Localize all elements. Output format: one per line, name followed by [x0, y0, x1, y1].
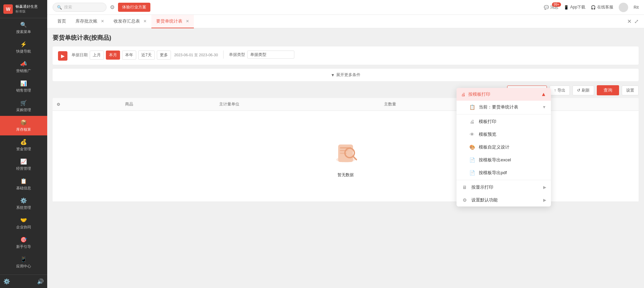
- top-action-row: 🖨 按模板打印 ▲ ↑ 导出 ↺ 刷新 查询 设置: [53, 85, 639, 95]
- brand-sub: 标准版: [16, 9, 38, 14]
- tab-inventory-batch-close[interactable]: ✕: [101, 19, 104, 24]
- settings-bottom-icon[interactable]: ⚙️: [3, 278, 10, 285]
- tab-close-all-btn[interactable]: ✕: [627, 18, 632, 25]
- tab-home-label: 首页: [57, 18, 66, 24]
- dropdown-divider-2: [457, 180, 551, 180]
- tab-inventory-batch-label: 库存批次账: [76, 18, 97, 24]
- sidebar-item-label: 销售管理: [16, 88, 31, 93]
- search-icon: 🔍: [20, 22, 27, 28]
- sidebar-item-search[interactable]: 🔍 搜索菜单: [0, 18, 47, 38]
- dropdown-item-template-preview[interactable]: 👁 模板预览: [457, 128, 551, 141]
- header-right: 💬 消息 99+ 📱 App下载 🎧 在线客服 Rit: [544, 3, 639, 12]
- template-custom-icon: 🎨: [469, 145, 475, 150]
- sidebar-item-sales[interactable]: 📊 销售管理: [0, 77, 47, 96]
- purchase-icon: 🛒: [20, 100, 27, 106]
- sidebar-item-inventory[interactable]: 📦 库存核算: [0, 116, 47, 135]
- dropdown-display-print[interactable]: 🖥 按显示打印 ▶: [457, 181, 551, 194]
- online-service-group[interactable]: 🎧 在线客服: [591, 4, 613, 10]
- dropdown-current-item[interactable]: 📋 当前：要货单统计表 ▼: [457, 101, 551, 114]
- dropdown-item-export-pdf[interactable]: 📄 按模板导出pdf: [457, 166, 551, 179]
- expand-more-label: 展开更多条件: [336, 72, 360, 78]
- filter-expand-btn[interactable]: ▶: [58, 51, 67, 61]
- dropdown-item-template-custom[interactable]: 🎨 模板自定义设计: [457, 141, 551, 154]
- main-area: 🔍 搜索 ⚙ 体验行业方案 💬 消息 99+ 📱 App下载 🎧 在线客服 Ri…: [47, 0, 644, 288]
- template-preview-icon: 👁: [469, 132, 475, 137]
- table-col-unit: 主计量单位: [215, 98, 380, 111]
- experience-btn[interactable]: 体验行业方案: [118, 3, 150, 12]
- display-print-arrow: ▶: [543, 185, 546, 190]
- date-btn-7days[interactable]: 近7天: [138, 51, 155, 60]
- sidebar-item-finance[interactable]: 💰 资金管理: [0, 135, 47, 155]
- tab-receipt-summary-close[interactable]: ✕: [143, 19, 147, 24]
- sidebar-logo: W 畅赢通好生意 标准版: [0, 0, 47, 18]
- date-range: 2023-06-01 至 2023-06-30: [174, 53, 218, 58]
- table-col-settings: ⚙: [53, 98, 121, 111]
- sidebar: W 畅赢通好生意 标准版 🔍 搜索菜单 ⚡ 快捷导航 📣 营销推广 📊 销售管理…: [0, 0, 47, 288]
- sidebar-item-system[interactable]: ⚙️ 系统管理: [0, 194, 47, 214]
- appstore-icon: 📱: [20, 256, 27, 262]
- basic-icon: 📋: [20, 178, 27, 184]
- sidebar-item-basic[interactable]: 📋 基础信息: [0, 174, 47, 194]
- refresh-btn[interactable]: ↺ 刷新: [573, 86, 594, 95]
- inventory-icon: 📦: [20, 119, 27, 126]
- set-default-arrow: ▶: [543, 198, 546, 202]
- audio-bottom-icon[interactable]: 🔊: [37, 278, 44, 285]
- user-avatar: [619, 3, 628, 12]
- header-search-box[interactable]: 🔍 搜索: [53, 3, 107, 12]
- dropdown-header: 🖨 按模板打印 ▲: [457, 88, 551, 101]
- tab-receipt-summary[interactable]: 收发存汇总表 ✕: [109, 15, 151, 28]
- date-btn-this-year[interactable]: 本年: [122, 51, 136, 60]
- app-download-group[interactable]: 📱 App下载: [564, 4, 585, 10]
- tab-bar: 首页 库存批次账 ✕ 收发存汇总表 ✕ 要货单统计表 ✕ ✕ ⤢: [47, 15, 644, 28]
- sidebar-item-purchase[interactable]: 🛒 采购管理: [0, 96, 47, 116]
- header-gear-icon[interactable]: ⚙: [110, 4, 115, 10]
- sidebar-item-quick-nav[interactable]: ⚡ 快捷导航: [0, 38, 47, 57]
- tab-home[interactable]: 首页: [53, 15, 71, 28]
- sidebar-item-wechat[interactable]: 💬 企业微信: [0, 272, 47, 275]
- dropdown-divider-1: [457, 114, 551, 115]
- export-pdf-label: 按模板导出pdf: [479, 170, 507, 176]
- type-select[interactable]: 单据类型 要货单: [247, 51, 294, 59]
- settings-btn[interactable]: 设置: [622, 86, 639, 95]
- expand-more-btn[interactable]: ▼ 展开更多条件: [331, 72, 360, 78]
- tab-order-stats[interactable]: 要货单统计表 ✕: [151, 15, 194, 28]
- dropdown-close-btn[interactable]: ▲: [541, 91, 546, 97]
- app-download-label: App下载: [570, 4, 585, 10]
- tab-inventory-batch[interactable]: 库存批次账 ✕: [71, 15, 109, 28]
- empty-text: 暂无数据: [338, 172, 354, 178]
- message-group[interactable]: 💬 消息 99+: [544, 4, 558, 10]
- export-pdf-icon: 📄: [469, 170, 475, 175]
- sidebar-item-marketing[interactable]: 📣 营销推广: [0, 57, 47, 77]
- template-print-icon: 🖨: [469, 119, 475, 124]
- filter-bar: ▶ 单据日期 上月 本月 本年 近7天 更多 2023-06-01 至 2023…: [53, 46, 639, 65]
- date-btn-last-month[interactable]: 上月: [90, 51, 104, 60]
- tab-order-stats-label: 要货单统计表: [156, 18, 182, 24]
- sidebar-item-enterprise[interactable]: 🤝 企业协同: [0, 214, 47, 233]
- guide-icon: 🎯: [20, 236, 27, 243]
- dropdown-item-export-excel[interactable]: 📄 按模板导出excel: [457, 154, 551, 166]
- message-icon: 💬: [544, 5, 549, 10]
- sidebar-item-guide[interactable]: 🎯 新手引导: [0, 233, 47, 253]
- col-settings-icon[interactable]: ⚙: [57, 102, 60, 107]
- quick-nav-icon: ⚡: [20, 41, 27, 47]
- empty-illustration: [329, 134, 362, 168]
- export-btn[interactable]: ↑ 导出: [550, 86, 570, 95]
- query-btn[interactable]: 查询: [597, 85, 619, 95]
- logo-icon: W: [3, 4, 13, 14]
- tab-expand-btn[interactable]: ⤢: [634, 18, 639, 25]
- date-btn-more[interactable]: 更多: [157, 51, 171, 60]
- sidebar-item-appstore[interactable]: 📱 应用中心: [0, 253, 47, 272]
- sidebar-item-label: 快捷导航: [16, 49, 31, 54]
- dropdown-item-template-print[interactable]: 🖨 模板打印: [457, 115, 551, 128]
- table-col-goods: 商品: [121, 98, 215, 111]
- tab-bar-right: ✕ ⤢: [627, 18, 639, 25]
- dropdown-set-default[interactable]: ⚙ 设置默认功能 ▶: [457, 194, 551, 206]
- date-btn-this-month[interactable]: 本月: [106, 51, 120, 60]
- top-header: 🔍 搜索 ⚙ 体验行业方案 💬 消息 99+ 📱 App下载 🎧 在线客服 Ri…: [47, 0, 644, 15]
- sidebar-item-label: 经营管理: [16, 166, 31, 171]
- sidebar-item-operation[interactable]: 📈 经营管理: [0, 155, 47, 174]
- sidebar-item-label: 搜索菜单: [16, 29, 31, 34]
- app-download-icon: 📱: [564, 5, 569, 10]
- tab-order-stats-close[interactable]: ✕: [186, 19, 189, 24]
- svg-point-7: [347, 150, 350, 153]
